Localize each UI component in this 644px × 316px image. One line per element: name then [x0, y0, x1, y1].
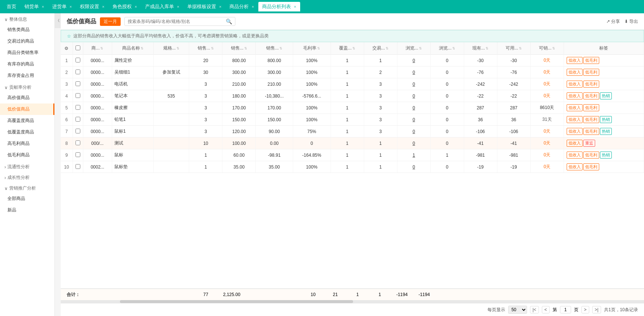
browse1-link[interactable]: 0: [413, 58, 415, 63]
browse1-link[interactable]: 0: [413, 141, 415, 146]
browse1-link[interactable]: 1: [413, 153, 415, 158]
cell-browse1[interactable]: 0: [397, 78, 430, 90]
cell-gross-rate: 100%: [293, 67, 331, 78]
row-checkbox[interactable]: [76, 58, 80, 62]
cell-browse1[interactable]: 0: [397, 114, 430, 126]
page-last-button[interactable]: >|: [592, 306, 601, 313]
page-title: 低价值商品: [67, 18, 96, 26]
nav-purchase[interactable]: 进货单 ×: [48, 2, 76, 11]
browse1-link[interactable]: 0: [413, 94, 415, 99]
cell-tags: 低收入低毛利热销: [564, 149, 644, 161]
sidebar-item-high-coverage[interactable]: 高覆盖度商品: [0, 115, 54, 126]
sidebar-item-stock-fund[interactable]: 库存资金占用: [0, 70, 54, 81]
cell-tags: 低收入低毛利: [564, 67, 644, 78]
browse1-link[interactable]: 0: [413, 82, 415, 87]
sidebar-item-low-margin[interactable]: 低毛利商品: [0, 149, 54, 161]
page-first-button[interactable]: |<: [530, 306, 539, 313]
row-checkbox[interactable]: [76, 93, 80, 98]
cell-check[interactable]: [73, 114, 83, 126]
row-checkbox[interactable]: [76, 117, 80, 122]
cell-browse1[interactable]: 0: [397, 90, 430, 102]
sidebar-item-low-coverage[interactable]: 低覆盖度商品: [0, 126, 54, 138]
sidebar-collapse-button[interactable]: 《: [55, 13, 61, 28]
cell-sellable: 0天: [530, 67, 564, 78]
nav-permissions[interactable]: 权限设置 ×: [76, 2, 108, 11]
row-checkbox[interactable]: [76, 129, 80, 133]
sidebar-group-growth[interactable]: › 成长性分析: [0, 171, 54, 182]
sidebar-group-overall[interactable]: ∨ 整体信息: [0, 13, 54, 24]
search-icon[interactable]: 🔍: [226, 18, 232, 24]
cell-name: 鼠标1: [112, 126, 153, 137]
cell-browse1[interactable]: 1: [397, 149, 430, 161]
cell-check[interactable]: [73, 149, 83, 161]
cell-stock: 287: [464, 102, 497, 114]
row-checkbox[interactable]: [76, 105, 80, 110]
page-input[interactable]: [560, 306, 571, 313]
page-prev-button[interactable]: <: [542, 306, 550, 313]
sidebar-item-stock-goods[interactable]: 有库存的商品: [0, 58, 54, 70]
share-button[interactable]: ↗ 分享: [606, 18, 620, 25]
nav-analysis-list[interactable]: 商品分析列表 ×: [258, 2, 300, 11]
nav-roles[interactable]: 角色授权 ×: [109, 2, 141, 11]
sidebar-group-circulation[interactable]: › 流通性分析: [0, 161, 54, 171]
cell-sellable: 8610天: [530, 102, 564, 114]
cell-check[interactable]: [73, 137, 83, 149]
sidebar-item-category-rate[interactable]: 商品分类销售率: [0, 47, 54, 58]
cell-check[interactable]: [73, 161, 83, 173]
cell-check[interactable]: [73, 102, 83, 114]
nav-products[interactable]: 产成品入库单 ×: [141, 2, 183, 11]
cell-available: -981: [497, 149, 530, 161]
select-all-checkbox[interactable]: [76, 45, 80, 50]
cell-sellable: 0天: [530, 78, 564, 90]
sidebar-item-traded-goods[interactable]: 交易过的商品: [0, 35, 54, 47]
col-check[interactable]: [73, 42, 83, 55]
export-button[interactable]: ⬇ 导出: [624, 18, 638, 25]
cell-check[interactable]: [73, 126, 83, 137]
page-next-button[interactable]: >: [581, 306, 589, 313]
cell-browse1[interactable]: 0: [397, 67, 430, 78]
sidebar-group-marketing[interactable]: ∨ 营销推广分析: [0, 182, 54, 193]
sidebar-group-contribution[interactable]: ∨ 贡献率分析: [0, 81, 54, 92]
filter-recent-month-button[interactable]: 近一月: [100, 17, 121, 26]
sidebar-item-high-value[interactable]: 高价值商品: [0, 92, 54, 103]
browse1-link[interactable]: 0: [413, 117, 415, 122]
row-checkbox[interactable]: [76, 69, 80, 74]
pagination-bar: 每页显示 50 100 |< < 第 页 > >| 共1页，10条记录: [61, 303, 644, 316]
cell-browse1[interactable]: 0: [397, 126, 430, 137]
nav-templates[interactable]: 单据模板设置 ×: [184, 2, 225, 11]
search-input[interactable]: [128, 19, 224, 24]
nav-analysis[interactable]: 商品分析 ×: [226, 2, 258, 11]
sidebar-item-all-goods[interactable]: 全部商品: [0, 193, 54, 204]
sidebar-item-new-goods[interactable]: 新品: [0, 204, 54, 216]
browse1-link[interactable]: 0: [413, 70, 415, 75]
row-checkbox[interactable]: [76, 164, 80, 169]
footer-trans: 21: [324, 291, 346, 298]
sidebar-item-low-value[interactable]: 低价值商品: [0, 103, 54, 115]
cell-browse1[interactable]: 0: [397, 55, 430, 67]
browse1-link[interactable]: 0: [413, 164, 415, 170]
browse1-link[interactable]: 0: [413, 129, 415, 134]
nav-sales[interactable]: 销货单 ×: [21, 2, 48, 11]
cell-num: 3: [61, 78, 73, 90]
cell-check[interactable]: [73, 78, 83, 90]
nav-home[interactable]: 首页: [3, 2, 20, 11]
cell-trans: 3: [364, 102, 397, 114]
sidebar-item-sales-goods[interactable]: 销售类商品: [0, 24, 54, 35]
page-label: 第: [553, 307, 557, 313]
cell-check[interactable]: [73, 55, 83, 67]
row-checkbox[interactable]: [76, 140, 80, 145]
cell-browse1[interactable]: 0: [397, 137, 430, 149]
cell-browse1[interactable]: 0: [397, 161, 430, 173]
content-area: 低价值商品 近一月 🔍 ↗ 分享 ⬇ 导出 ☆ 这部分商品的销售收入大幅低于商品…: [61, 13, 644, 316]
col-settings[interactable]: ⚙: [61, 42, 73, 55]
days-value: 0天: [544, 58, 551, 63]
cell-browse1[interactable]: 0: [397, 102, 430, 114]
cell-check[interactable]: [73, 90, 83, 102]
browse1-link[interactable]: 0: [413, 105, 415, 111]
notice-text: 这部分商品的销售收入大幅低于商品平均销售收入，价值不高，可考虑调整营销策略，或是…: [73, 33, 269, 39]
sidebar-item-high-margin[interactable]: 高毛利商品: [0, 138, 54, 149]
row-checkbox[interactable]: [76, 81, 80, 86]
page-size-select[interactable]: 50 100: [508, 306, 527, 314]
row-checkbox[interactable]: [76, 152, 80, 157]
cell-check[interactable]: [73, 67, 83, 78]
